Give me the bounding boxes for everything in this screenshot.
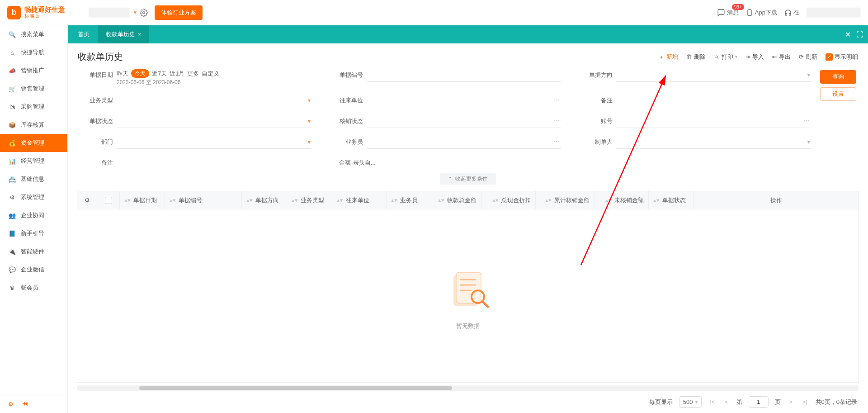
col-direction[interactable]: ▴▾单据方向: [242, 191, 287, 209]
date-custom[interactable]: 自定义: [202, 70, 219, 78]
try-plan-button[interactable]: 体验行业方案: [155, 5, 203, 20]
pager-next[interactable]: >: [787, 399, 794, 405]
collapse-filters-button[interactable]: ⌃ 收起更多条件: [440, 173, 496, 185]
sidebar-item-system[interactable]: ⚙系统管理: [0, 188, 67, 206]
col-status[interactable]: ▴▾单据状态: [649, 191, 694, 209]
sidebar-item-search[interactable]: 🔍搜索菜单: [0, 25, 67, 43]
direction-select[interactable]: ▾: [616, 69, 811, 82]
chip-icon: 🔌: [8, 247, 16, 256]
sidebar-item-sales[interactable]: 🛒销售管理: [0, 80, 67, 98]
date-1m[interactable]: 近1月: [170, 70, 184, 78]
maker-select[interactable]: ▾: [616, 136, 811, 149]
sidebar-item-inventory[interactable]: 📦库存核算: [0, 116, 67, 134]
team-icon: 👥: [8, 211, 16, 219]
date-today[interactable]: 今天: [131, 69, 149, 78]
export-button[interactable]: ⇤导出: [772, 53, 791, 61]
book-icon: 📘: [8, 229, 16, 237]
partner-lookup[interactable]: ⋯: [367, 95, 561, 107]
date-7d[interactable]: 近7天: [152, 70, 167, 78]
query-button[interactable]: 查询: [820, 70, 856, 84]
dept-select[interactable]: ▾: [117, 136, 311, 149]
sort-icon: ▴▾: [292, 199, 298, 201]
collapse-sidebar-icon[interactable]: ⯬: [23, 401, 28, 408]
col-total[interactable]: ▴▾收款总金额: [427, 191, 481, 209]
refresh-button[interactable]: ⟳刷新: [799, 53, 817, 61]
biz-type-select[interactable]: ▾: [117, 95, 311, 107]
sidebar-item-guide[interactable]: 📘新手引导: [0, 224, 67, 242]
tenant-name-placeholder: [89, 8, 129, 18]
page-size-select[interactable]: 500 ▾: [679, 396, 702, 408]
scrollbar-thumb[interactable]: [139, 386, 452, 390]
col-docno[interactable]: ▴▾单据编号: [165, 191, 242, 209]
tab-close-all-icon[interactable]: ✕: [845, 30, 851, 39]
horizontal-scrollbar[interactable]: [77, 385, 859, 391]
empty-text: 暂无数据: [456, 322, 480, 330]
bag-icon: 🛍: [8, 103, 16, 111]
checkbox-icon: [105, 197, 112, 204]
select-all-checkbox[interactable]: [97, 191, 120, 209]
sort-icon: ▴▾: [170, 199, 176, 201]
sidebar-item-operation[interactable]: 📊经营管理: [0, 152, 67, 170]
column-settings-button[interactable]: ⚙: [77, 191, 97, 209]
sidebar-item-finance[interactable]: 💰资金管理: [0, 134, 67, 152]
pager-last[interactable]: >|: [801, 399, 809, 405]
col-verified[interactable]: ▴▾累计核销金额: [536, 191, 594, 209]
date-yesterday[interactable]: 昨天: [117, 70, 128, 78]
clerk-lookup[interactable]: ⋯: [367, 136, 561, 149]
show-detail-toggle[interactable]: ✓显示明细: [826, 53, 858, 61]
verify-status-lookup[interactable]: ⋯: [367, 115, 561, 128]
doc-status-select[interactable]: ▾: [117, 115, 311, 128]
sidebar-item-member[interactable]: ♛畅会员: [0, 279, 67, 297]
pager-first[interactable]: |<: [708, 399, 717, 405]
add-button[interactable]: ＋新增: [659, 53, 678, 61]
sidebar-item-marketing[interactable]: 📣营销推广: [0, 62, 67, 80]
remark2-input[interactable]: [117, 157, 311, 170]
date-more[interactable]: 更多: [187, 70, 199, 78]
col-clerk[interactable]: ▴▾业务员: [387, 191, 427, 209]
brand-name: 畅捷通好生意: [24, 6, 65, 13]
account-lookup[interactable]: ⋯: [616, 115, 811, 128]
amount-head-input[interactable]: [379, 157, 561, 170]
sidebar-label: 营销推广: [21, 66, 44, 75]
tab-home[interactable]: 首页: [70, 25, 98, 43]
filter-label: 制单人: [579, 136, 616, 146]
gear-icon[interactable]: [137, 6, 150, 19]
chevron-down-icon: ▼: [133, 10, 137, 15]
remark-input[interactable]: [616, 95, 811, 107]
col-partner[interactable]: ▴▾往来单位: [332, 191, 387, 209]
col-date[interactable]: ▴▾单据日期: [120, 191, 165, 209]
user-placeholder: [807, 8, 861, 18]
print-button[interactable]: 🖨打印▾: [714, 53, 737, 61]
filter-amount-head: 金额-表头自...: [330, 157, 561, 170]
close-icon[interactable]: ×: [138, 31, 141, 38]
settings-icon[interactable]: ⚙: [8, 401, 14, 408]
sidebar-label: 系统管理: [21, 193, 44, 201]
doc-no-input[interactable]: [367, 69, 561, 82]
page-number-input[interactable]: [749, 396, 769, 408]
fullscreen-icon[interactable]: [856, 31, 863, 38]
delete-button[interactable]: 🗑删除: [686, 53, 706, 61]
sort-icon: ▴▾: [246, 199, 253, 201]
tenant-select[interactable]: ▼: [89, 8, 137, 18]
sidebar-item-collab[interactable]: 👥企业协同: [0, 206, 67, 224]
filter-label: 往来单位: [330, 95, 367, 104]
col-label: 单据日期: [133, 196, 157, 204]
chevron-down-icon: ▾: [308, 139, 311, 145]
sidebar-item-hardware[interactable]: 🔌智能硬件: [0, 242, 67, 261]
filter-label: 单据编号: [330, 69, 367, 79]
col-discount[interactable]: ▴▾总现金折扣: [481, 191, 536, 209]
col-label: 往来单位: [346, 196, 369, 204]
tab-receipt-history[interactable]: 收款单历史 ×: [98, 25, 149, 43]
sidebar-item-purchase[interactable]: 🛍采购管理: [0, 98, 67, 116]
import-button[interactable]: ⇥导入: [745, 53, 764, 61]
sidebar-item-baseinfo[interactable]: 📇基础信息: [0, 170, 67, 188]
app-download-link[interactable]: App下载: [746, 9, 777, 17]
sidebar-item-wecom[interactable]: 💬企业微信: [0, 261, 67, 279]
col-biztype[interactable]: ▴▾业务类型: [287, 191, 332, 209]
setting-button[interactable]: 设置: [820, 87, 856, 101]
support-link[interactable]: 在: [784, 9, 799, 17]
sidebar-item-quicknav[interactable]: ⌂快捷导航: [0, 43, 67, 62]
pager-prev[interactable]: <: [723, 399, 730, 405]
col-unverified[interactable]: ▴▾未核销金额: [594, 191, 649, 209]
messages-link[interactable]: 消息 99+: [717, 9, 739, 17]
